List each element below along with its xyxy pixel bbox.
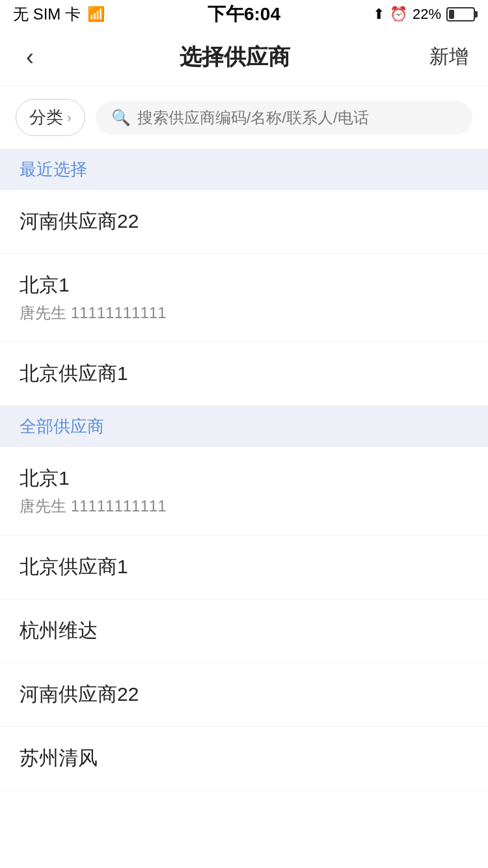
list-item[interactable]: 北京1唐先生 11111111111: [0, 447, 488, 536]
item-sub: 唐先生 11111111111: [20, 496, 468, 517]
item-name: 河南供应商22: [20, 208, 468, 235]
status-bar: 无 SIM 卡 📶 下午6:04 ⬆ ⏰ 22%: [0, 0, 488, 29]
item-name: 河南供应商22: [20, 681, 468, 708]
alarm-icon: ⏰: [390, 6, 407, 23]
item-name: 北京1: [20, 465, 468, 492]
item-name: 北京供应商1: [20, 554, 468, 580]
status-right: ⬆ ⏰ 22%: [373, 6, 475, 23]
battery-text: 22%: [413, 6, 441, 23]
list-item[interactable]: 北京供应商1: [0, 536, 488, 599]
page-title: 选择供应商: [180, 42, 290, 72]
list-item[interactable]: 杭州维达: [0, 599, 488, 663]
nav-bar: ‹ 选择供应商 新增: [0, 29, 488, 86]
wifi-icon: 📶: [87, 6, 105, 23]
battery-icon: [446, 7, 475, 21]
all-list: 北京1唐先生 11111111111北京供应商1杭州维达河南供应商22苏州清风: [0, 447, 488, 791]
location-icon: ⬆: [373, 6, 385, 23]
search-bar: 分类 › 🔍: [0, 86, 488, 149]
list-item[interactable]: 河南供应商22: [0, 190, 488, 254]
search-input-wrap: 🔍: [96, 101, 472, 135]
list-item[interactable]: 苏州清风: [0, 727, 488, 791]
category-button[interactable]: 分类 ›: [16, 99, 85, 136]
recent-list: 河南供应商22北京1唐先生 11111111111北京供应商1: [0, 190, 488, 406]
search-input[interactable]: [137, 109, 457, 127]
status-time: 下午6:04: [208, 2, 280, 27]
item-name: 北京供应商1: [20, 360, 468, 387]
list-item[interactable]: 北京1唐先生 11111111111: [0, 254, 488, 342]
list-item[interactable]: 河南供应商22: [0, 663, 488, 727]
all-section-header: 全部供应商: [0, 406, 488, 447]
status-left: 无 SIM 卡 📶: [13, 4, 105, 25]
search-icon: 🔍: [111, 109, 131, 127]
back-button[interactable]: ‹: [20, 37, 40, 77]
add-button[interactable]: 新增: [429, 44, 468, 70]
all-section-label: 全部供应商: [20, 416, 104, 436]
category-label: 分类: [29, 106, 63, 129]
item-name: 北京1: [20, 272, 468, 299]
carrier-text: 无 SIM 卡: [13, 4, 81, 25]
recent-section-label: 最近选择: [20, 159, 87, 179]
recent-section-header: 最近选择: [0, 149, 488, 190]
item-name: 苏州清风: [20, 745, 468, 772]
item-sub: 唐先生 11111111111: [20, 303, 468, 323]
list-item[interactable]: 北京供应商1: [0, 342, 488, 406]
item-name: 杭州维达: [20, 617, 468, 644]
chevron-right-icon: ›: [67, 110, 72, 125]
